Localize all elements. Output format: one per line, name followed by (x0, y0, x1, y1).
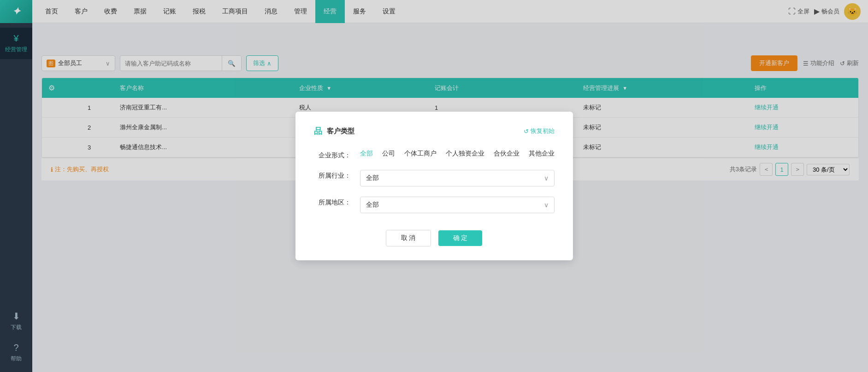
modal-overlay: 品 客户类型 ↺ 恢复初始 企业形式： 全部 公司 个体工商户 个人独资企业 合… (0, 0, 868, 372)
industry-field: 所属行业： 全部 ∨ (314, 170, 555, 186)
industry-chevron-icon: ∨ (544, 174, 549, 182)
region-field: 所属地区： 全部 ∨ (314, 197, 555, 213)
reset-button[interactable]: ↺ 恢复初始 (524, 127, 555, 135)
region-select-container: 全部 ∨ (360, 197, 555, 213)
company-type-options: 全部 公司 个体工商户 个人独资企业 合伙企业 其他企业 (360, 150, 555, 158)
company-form-label: 企业形式： (314, 150, 351, 160)
type-option-sole[interactable]: 个人独资企业 (446, 150, 484, 158)
cancel-button[interactable]: 取 消 (386, 230, 431, 246)
industry-label: 所属行业： (314, 170, 351, 180)
modal-footer: 取 消 确 定 (314, 230, 555, 246)
industry-value: 全部 (366, 174, 379, 182)
modal-title-text: 客户类型 (327, 127, 354, 136)
modal-header: 品 客户类型 ↺ 恢复初始 (314, 126, 555, 137)
industry-select-container: 全部 ∨ (360, 170, 555, 186)
type-option-all[interactable]: 全部 (360, 150, 373, 158)
company-types-container: 全部 公司 个体工商户 个人独资企业 合伙企业 其他企业 (360, 150, 555, 158)
region-value: 全部 (366, 201, 379, 209)
reset-icon: ↺ (524, 128, 529, 135)
type-option-individual[interactable]: 个体工商户 (404, 150, 437, 158)
region-selector[interactable]: 全部 ∨ (360, 197, 555, 213)
region-chevron-icon: ∨ (544, 201, 549, 209)
company-form-field: 企业形式： 全部 公司 个体工商户 个人独资企业 合伙企业 其他企业 (314, 150, 555, 160)
cancel-label: 取 消 (401, 234, 416, 241)
type-option-other[interactable]: 其他企业 (529, 150, 555, 158)
filter-modal: 品 客户类型 ↺ 恢复初始 企业形式： 全部 公司 个体工商户 个人独资企业 合… (295, 112, 573, 260)
type-option-partnership[interactable]: 合伙企业 (494, 150, 520, 158)
region-label: 所属地区： (314, 197, 351, 207)
modal-title: 品 客户类型 (314, 126, 354, 137)
reset-label: 恢复初始 (531, 127, 555, 135)
confirm-label: 确 定 (453, 234, 468, 241)
industry-selector[interactable]: 全部 ∨ (360, 170, 555, 186)
type-option-company[interactable]: 公司 (382, 150, 395, 158)
confirm-button[interactable]: 确 定 (438, 230, 483, 246)
modal-title-icon: 品 (314, 126, 322, 137)
